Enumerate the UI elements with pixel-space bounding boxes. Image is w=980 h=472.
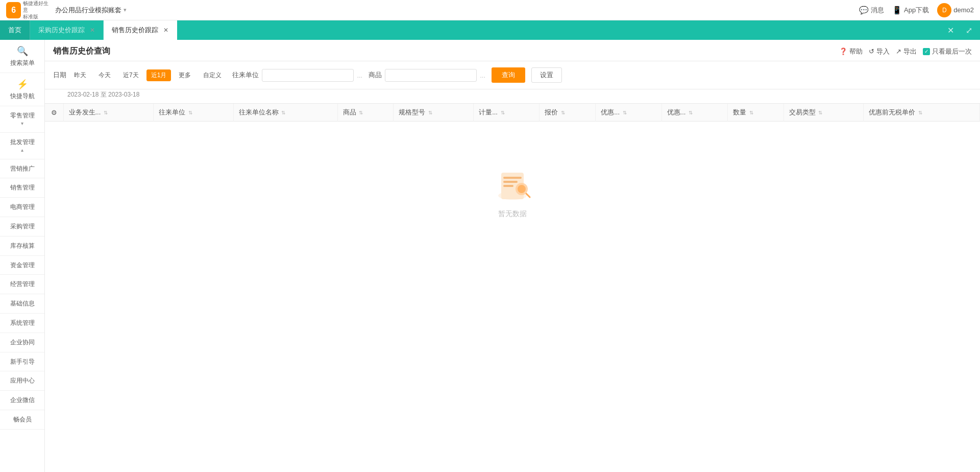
- user-menu[interactable]: D demo2: [937, 3, 974, 17]
- sidebar-item-wholesale[interactable]: 批发管理 ▴: [0, 133, 44, 159]
- sidebar-item-marketing[interactable]: 营销推广: [0, 159, 44, 179]
- close-sales-tab-icon[interactable]: ✕: [163, 27, 168, 34]
- download-icon: 📱: [892, 6, 902, 15]
- date-custom-btn[interactable]: 自定义: [199, 69, 226, 81]
- date-yesterday-btn[interactable]: 昨天: [69, 69, 91, 81]
- svg-rect-4: [503, 185, 513, 187]
- date-filter-label: 日期: [53, 70, 66, 80]
- header-right: 💬 消息 📱 App下载 D demo2: [859, 3, 974, 17]
- col-price[interactable]: 报价 ⇅: [540, 104, 596, 122]
- sidebar-item-wechat[interactable]: 企业微信: [0, 391, 44, 410]
- partner-filter-group: 往来单位 ...: [232, 69, 362, 82]
- col-product[interactable]: 商品 ⇅: [337, 104, 394, 122]
- top-header: 6 畅捷通好生意 标准版 办公用品行业模拟账套 ▾ 💬 消息 📱 App下载 D…: [0, 0, 980, 20]
- export-button[interactable]: ↗ 导出: [896, 47, 917, 56]
- sidebar-item-ecommerce[interactable]: 电商管理: [0, 198, 44, 217]
- sort-partner-name-icon: ⇅: [281, 110, 285, 115]
- col-quantity[interactable]: 数量 ⇅: [727, 104, 783, 122]
- help-button[interactable]: ❓ 帮助: [839, 47, 863, 56]
- logo-icon: 6: [6, 2, 21, 18]
- col-tax-free-price[interactable]: 优惠前无税单价 ⇅: [864, 104, 980, 122]
- message-button[interactable]: 💬 消息: [859, 6, 884, 15]
- partner-dots[interactable]: ...: [357, 72, 362, 79]
- empty-state: 暂无数据: [45, 122, 980, 259]
- col-trade-type[interactable]: 交易类型 ⇅: [783, 104, 864, 122]
- col-partner-code[interactable]: 往来单位 ⇅: [153, 104, 233, 122]
- product-input[interactable]: [385, 69, 477, 82]
- sidebar-item-member[interactable]: 畅会员: [0, 410, 44, 430]
- message-icon: 💬: [859, 6, 869, 15]
- product-filter-group: 商品 ...: [369, 69, 485, 82]
- logo-text: 畅捷通好生意 标准版: [23, 0, 51, 20]
- sidebar-item-operations[interactable]: 经营管理: [0, 275, 44, 294]
- sidebar-item-finance[interactable]: 资金管理: [0, 256, 44, 275]
- col-spec[interactable]: 规格型号 ⇅: [394, 104, 474, 122]
- partner-filter-label: 往来单位: [232, 70, 259, 80]
- page-container: 销售历史价查询 ❓ 帮助 ↺ 导入 ↗ 导出 ✓: [45, 40, 980, 472]
- product-dots[interactable]: ...: [480, 72, 485, 79]
- sort-trade-type-icon: ⇅: [818, 110, 822, 115]
- product-filter-label: 商品: [369, 70, 382, 80]
- date-more-btn[interactable]: 更多: [174, 69, 195, 81]
- table-container: ⚙ 业务发生... ⇅ 往来单位 ⇅ 往来单位名称 ⇅: [45, 104, 980, 472]
- close-all-tabs-button[interactable]: ✕: [943, 23, 958, 37]
- sidebar-item-inventory[interactable]: 库存核算: [0, 237, 44, 256]
- date-filter-group: 日期 昨天 今天 近7天 近1月 更多 自定义: [53, 69, 226, 81]
- sort-product-icon: ⇅: [359, 110, 363, 115]
- sidebar-item-basics[interactable]: 基础信息: [0, 294, 44, 314]
- col-discount2[interactable]: 优惠... ⇅: [662, 104, 727, 122]
- maximize-button[interactable]: ⤢: [962, 23, 976, 37]
- wholesale-expand-icon: ▴: [21, 147, 23, 154]
- sidebar: 🔍 搜索菜单 ⚡ 快捷导航 零售管理 ▾ 批发管理 ▴ 营销推广 销售管理 电商…: [0, 40, 45, 472]
- table-header-row: ⚙ 业务发生... ⇅ 往来单位 ⇅ 往来单位名称 ⇅: [45, 104, 980, 122]
- logo-area: 6 畅捷通好生意 标准版: [6, 0, 51, 20]
- date-last7-btn[interactable]: 近7天: [118, 69, 143, 81]
- checkbox-checked-icon: ✓: [923, 48, 930, 55]
- workspace-dropdown-icon: ▾: [124, 7, 127, 13]
- close-purchase-tab-icon[interactable]: ✕: [90, 27, 95, 34]
- search-icon: 🔍: [17, 45, 28, 58]
- sort-tax-free-icon: ⇅: [918, 110, 922, 115]
- col-unit[interactable]: 计量... ⇅: [474, 104, 540, 122]
- col-partner-name[interactable]: 往来单位名称 ⇅: [233, 104, 337, 122]
- sidebar-item-search[interactable]: 🔍 搜索菜单: [0, 40, 44, 73]
- sidebar-item-retail[interactable]: 零售管理 ▾: [0, 106, 44, 133]
- page-actions: ❓ 帮助 ↺ 导入 ↗ 导出 ✓ 只看最后一次: [839, 47, 972, 56]
- sort-business-date-icon: ⇅: [104, 110, 108, 115]
- col-business-date[interactable]: 业务发生... ⇅: [63, 104, 153, 122]
- partner-input[interactable]: [262, 69, 354, 82]
- empty-icon: [492, 162, 533, 203]
- sidebar-item-system[interactable]: 系统管理: [0, 314, 44, 333]
- svg-line-7: [526, 194, 530, 197]
- sidebar-item-shortcut[interactable]: ⚡ 快捷导航: [0, 73, 44, 106]
- main-layout: 🔍 搜索菜单 ⚡ 快捷导航 零售管理 ▾ 批发管理 ▴ 营销推广 销售管理 电商…: [0, 40, 980, 472]
- query-button[interactable]: 查询: [492, 67, 525, 83]
- sidebar-item-enterprise[interactable]: 企业协同: [0, 333, 44, 352]
- sidebar-item-sales[interactable]: 销售管理: [0, 178, 44, 198]
- date-1month-btn[interactable]: 近1月: [146, 69, 172, 81]
- tab-home[interactable]: 首页: [0, 20, 30, 40]
- sidebar-item-app-center[interactable]: 应用中心: [0, 371, 44, 391]
- tab-sales-history[interactable]: 销售历史价跟踪 ✕: [104, 20, 177, 40]
- app-download-button[interactable]: 📱 App下载: [892, 6, 929, 15]
- page-header: 销售历史价查询 ❓ 帮助 ↺ 导入 ↗ 导出 ✓: [45, 40, 980, 61]
- only-latest-checkbox[interactable]: ✓ 只看最后一次: [923, 47, 972, 56]
- import-button[interactable]: ↺ 导入: [869, 47, 890, 56]
- svg-rect-2: [503, 177, 522, 179]
- date-range-row: 2023-02-18 至 2023-03-18: [45, 89, 980, 104]
- export-icon: ↗: [896, 48, 901, 55]
- svg-rect-3: [503, 181, 518, 183]
- sidebar-item-purchase[interactable]: 采购管理: [0, 217, 44, 237]
- tab-purchase-history[interactable]: 采购历史价跟踪 ✕: [30, 20, 104, 40]
- date-today-btn[interactable]: 今天: [94, 69, 115, 81]
- col-discount1[interactable]: 优惠... ⇅: [596, 104, 662, 122]
- sort-discount2-icon: ⇅: [689, 110, 693, 115]
- workspace-selector[interactable]: 办公用品行业模拟账套 ▾: [55, 6, 127, 15]
- col-settings[interactable]: ⚙: [45, 104, 63, 122]
- data-table: ⚙ 业务发生... ⇅ 往来单位 ⇅ 往来单位名称 ⇅: [45, 104, 980, 122]
- sort-partner-code-icon: ⇅: [188, 110, 192, 115]
- settings-button[interactable]: 设置: [531, 67, 562, 83]
- sidebar-item-newbie[interactable]: 新手引导: [0, 352, 44, 372]
- tab-actions: ✕ ⤢: [943, 23, 980, 37]
- tab-bar: 首页 采购历史价跟踪 ✕ 销售历史价跟踪 ✕ ✕ ⤢: [0, 20, 980, 40]
